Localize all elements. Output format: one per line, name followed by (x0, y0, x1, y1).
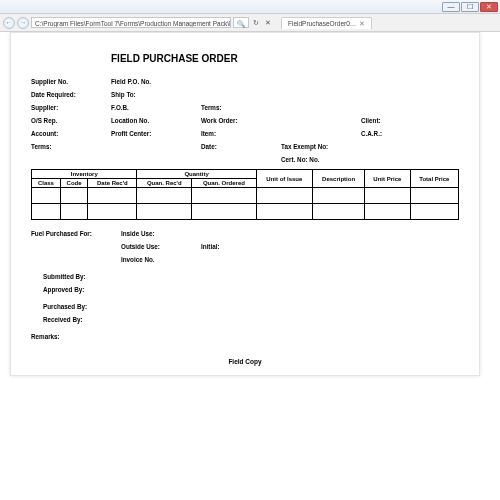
cell-empty (365, 188, 410, 204)
label-fob: F.O.B. (111, 104, 201, 111)
tab-close-icon[interactable]: ✕ (359, 18, 365, 29)
label-account: Account: (31, 130, 111, 137)
cell-empty (137, 204, 192, 220)
th-unit-price: Unit Price (365, 170, 410, 188)
label-supplier-no: Supplier No. (31, 78, 111, 85)
label-date-required: Date Required: (31, 91, 111, 98)
cell-empty (256, 188, 312, 204)
tab-bar: FieldPruchaseOrder0… ✕ (281, 17, 372, 29)
cell-empty (32, 204, 61, 220)
cell-empty (88, 204, 137, 220)
label-date: Date: (201, 143, 281, 150)
search-box[interactable]: 🔍 (233, 17, 249, 28)
window-maximize-button[interactable]: ☐ (461, 2, 479, 12)
cell-empty (313, 188, 365, 204)
cell-empty (365, 204, 410, 220)
window-minimize-button[interactable]: — (442, 2, 460, 12)
label-os-rep: O/S Rep. (31, 117, 111, 124)
label-tax-exempt: Tax Exempt No: (281, 143, 381, 150)
cell-empty (32, 188, 61, 204)
label-remarks: Remarks: (31, 333, 60, 340)
th-total-price: Total Price (410, 170, 458, 188)
cell-empty (410, 204, 458, 220)
th-class: Class (32, 179, 61, 188)
label-work-order: Work Order: (201, 117, 281, 124)
label-terms: Terms: (201, 104, 281, 111)
browser-tab[interactable]: FieldPruchaseOrder0… ✕ (281, 17, 372, 29)
label-car: C.A.R.: (361, 130, 421, 137)
cell-empty (313, 204, 365, 220)
label-client: Client: (361, 117, 421, 124)
cell-empty (192, 204, 257, 220)
cell-empty (60, 204, 87, 220)
th-date-recd: Date Rec'd (88, 179, 137, 188)
th-unit-of-issue: Unit of Issue (256, 170, 312, 188)
label-terms2: Terms: (31, 143, 111, 150)
label-cert-no: Cert. No: No. (281, 156, 381, 163)
cell-empty (137, 188, 192, 204)
address-bar[interactable]: C:\Program Files\FormTool 7\Forms\Produc… (31, 17, 231, 28)
refresh-icon[interactable]: ↻ (251, 18, 261, 28)
tab-label: FieldPruchaseOrder0… (288, 18, 356, 29)
th-quan-recd: Quan. Rec'd (137, 179, 192, 188)
purchase-order-page: FIELD PURCHASE ORDER Supplier No. Field … (10, 32, 480, 376)
cell-empty (256, 204, 312, 220)
label-ship-to: Ship To: (111, 91, 201, 98)
label-initial: Initial: (201, 243, 220, 250)
forward-button[interactable]: → (17, 17, 29, 29)
label-location-no: Location No. (111, 117, 201, 124)
stop-icon[interactable]: ✕ (263, 18, 273, 28)
label-outside-use: Outside Use: (121, 243, 201, 250)
label-fuel-purchased-for: Fuel Purchased For: (31, 230, 121, 237)
document-viewport: FIELD PURCHASE ORDER Supplier No. Field … (0, 32, 500, 500)
label-supplier: Supplier: (31, 104, 111, 111)
cell-empty (192, 188, 257, 204)
label-approved-by: Approved By: (43, 286, 84, 293)
label-profit-center: Profit Center: (111, 130, 201, 137)
th-code: Code (60, 179, 87, 188)
window-titlebar: — ☐ ✕ (0, 0, 500, 14)
th-quan-ordered: Quan. Ordered (192, 179, 257, 188)
label-purchased-by: Purchased By: (43, 303, 87, 310)
cell-empty (60, 188, 87, 204)
label-inside-use: Inside Use: (121, 230, 155, 237)
label-received-by: Received By: (43, 316, 83, 323)
th-description: Description (313, 170, 365, 188)
line-items-table: Inventory Quantity Unit of Issue Descrip… (31, 169, 459, 220)
cell-empty (88, 188, 137, 204)
label-item: Item: (201, 130, 281, 137)
th-quantity: Quantity (137, 170, 256, 179)
label-invoice-no: Invoice No. (121, 256, 155, 263)
footer-label: Field Copy (31, 358, 459, 365)
window-close-button[interactable]: ✕ (480, 2, 498, 12)
th-inventory: Inventory (32, 170, 137, 179)
label-field-po-no: Field P.O. No. (111, 78, 201, 85)
back-button[interactable]: ← (3, 17, 15, 29)
cell-empty (410, 188, 458, 204)
page-title: FIELD PURCHASE ORDER (111, 53, 459, 64)
label-submitted-by: Submitted By: (43, 273, 86, 280)
browser-toolbar: ← → C:\Program Files\FormTool 7\Forms\Pr… (0, 14, 500, 32)
